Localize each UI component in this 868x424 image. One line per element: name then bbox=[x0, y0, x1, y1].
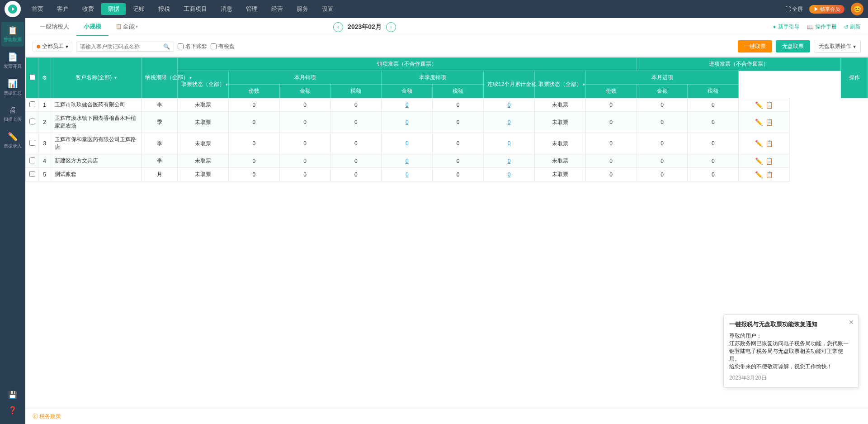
sales-invoice-header: 销项发票（不合作废票） bbox=[178, 57, 637, 71]
row-view-icon-4[interactable]: 📋 bbox=[765, 171, 773, 178]
nav-home[interactable]: 首页 bbox=[25, 3, 50, 15]
select-all-checkbox[interactable] bbox=[29, 74, 35, 80]
one-click-ticket-button[interactable]: 一键取票 bbox=[738, 40, 772, 52]
row-checkbox-4[interactable] bbox=[29, 171, 35, 177]
tax-policy-link[interactable]: ⓪ 税务政策 bbox=[33, 413, 61, 420]
row-s-12m-2: 0 bbox=[484, 133, 535, 154]
nav-customer[interactable]: 客户 bbox=[51, 3, 75, 15]
nav-invoice[interactable]: 票据 bbox=[101, 3, 126, 15]
row-s-12m-1: 0 bbox=[484, 112, 535, 133]
refresh-btn[interactable]: ↺ 刷新 bbox=[844, 23, 861, 31]
row-tax-period-1: 季 bbox=[142, 112, 178, 133]
action-col-header: 操作 bbox=[841, 57, 868, 98]
table-body: 1 卫辉市玖玖健合医药有限公司 季 未取票 0 0 0 0 0 0 未取票 0 … bbox=[26, 98, 868, 181]
row-tax-period-3: 季 bbox=[142, 154, 178, 168]
sidebar-item-open-invoice[interactable]: 📄 发票开具 bbox=[1, 48, 24, 73]
employee-select[interactable]: 全部员工 ▾ bbox=[33, 41, 72, 52]
notification-content: 尊敬的用户： 江苏政务网已恢复访问电子税务局功能，您代账一键登陆电子税务局与无盘… bbox=[729, 332, 853, 371]
p-month-count-header: 份数 bbox=[585, 85, 637, 98]
row-p-month-tax-0: 0 bbox=[688, 98, 739, 112]
row-sales-status-2: 未取票 bbox=[178, 133, 229, 154]
invoice-table: ⚙ 客户名称(全部) ▾ 纳税期限（全部）▾ 销项发票（不合作废票） 进项发票（… bbox=[25, 57, 868, 181]
row-p-month-count-4: 0 bbox=[585, 168, 637, 181]
checkbox-account-input[interactable] bbox=[178, 43, 184, 49]
row-customer-0: 卫辉市玖玖健合医药有限公司 bbox=[51, 98, 142, 112]
row-edit-icon-4[interactable]: ✏️ bbox=[755, 171, 763, 178]
search-box: 🔍 bbox=[76, 42, 174, 52]
checkbox-account[interactable]: 名下账套 bbox=[178, 43, 207, 50]
nav-accounting[interactable]: 记账 bbox=[127, 3, 151, 15]
row-s-month-count-3: 0 bbox=[228, 154, 279, 168]
sidebar-download-icon[interactable]: 💾 bbox=[6, 388, 19, 401]
checkbox-tax-disk[interactable]: 有税盘 bbox=[211, 43, 235, 50]
row-checkbox-1[interactable] bbox=[29, 119, 35, 124]
nav-business[interactable]: 工商项目 bbox=[177, 3, 213, 15]
tab-all[interactable]: 📋 全能 ▾ bbox=[108, 18, 145, 36]
notification-popup: ✕ 一键报税与无盘取票功能恢复通知 尊敬的用户： 江苏政务网已恢复访问电子税务局… bbox=[723, 314, 859, 388]
tab-general-taxpayer[interactable]: 一般纳税人 bbox=[33, 18, 76, 36]
fullscreen-btn[interactable]: ⛶ 全屏 bbox=[785, 5, 803, 13]
checkbox-tax-disk-input[interactable] bbox=[211, 43, 217, 49]
notification-title: 一键报税与无盘取票功能恢复通知 bbox=[729, 320, 853, 329]
sidebar: 📋 智能取票 📄 发票开具 📊 票据汇总 🖨 扫描上传 ✏️ 票据录入 💾 ❓ bbox=[0, 18, 25, 424]
notification-close-button[interactable]: ✕ bbox=[849, 319, 854, 326]
period-prev-button[interactable]: ‹ bbox=[333, 22, 343, 32]
nav-service[interactable]: 服务 bbox=[290, 3, 315, 15]
sidebar-item-smart-invoice[interactable]: 📋 智能取票 bbox=[1, 22, 24, 47]
sidebar-item-scan-upload[interactable]: 🖨 扫描上传 bbox=[1, 102, 24, 126]
toolbar-right: 一键取票 无盘取票 无盘取票操作 ▾ bbox=[738, 40, 861, 53]
row-s-month-count-4: 0 bbox=[228, 168, 279, 181]
row-p-month-amount-1: 0 bbox=[637, 112, 688, 133]
row-view-icon-3[interactable]: 📋 bbox=[765, 157, 773, 165]
row-view-icon-1[interactable]: 📋 bbox=[765, 119, 773, 126]
row-s-month-tax-4: 0 bbox=[330, 168, 382, 181]
period-navigation: ‹ 2023年02月 › bbox=[333, 22, 396, 32]
sidebar-item-invoice-entry[interactable]: ✏️ 票据录入 bbox=[1, 128, 24, 153]
nav-billing[interactable]: 收费 bbox=[76, 3, 100, 15]
sidebar-help-icon[interactable]: ❓ bbox=[6, 403, 19, 417]
tax-period-col-header: 纳税期限（全部）▾ bbox=[142, 57, 178, 98]
row-p-month-tax-4: 0 bbox=[688, 168, 739, 181]
no-disk-ops-button[interactable]: 无盘取票操作 ▾ bbox=[814, 40, 861, 53]
search-icon[interactable]: 🔍 bbox=[163, 43, 170, 50]
nav-manage[interactable]: 管理 bbox=[240, 3, 264, 15]
row-edit-icon-0[interactable]: ✏️ bbox=[755, 101, 763, 109]
tab-small-scale[interactable]: 小规模 bbox=[76, 18, 108, 36]
s-quarter-tax-header: 税额 bbox=[433, 85, 484, 98]
table-row: 3 卫辉市保和堂医药有限公司卫辉路店 季 未取票 0 0 0 0 0 0 未取票… bbox=[26, 133, 868, 154]
row-customer-3: 新建区方方文具店 bbox=[51, 154, 142, 168]
right-actions: ⛶ 全屏 ▶ 畅享会员 😊 bbox=[785, 3, 863, 15]
row-checkbox-0[interactable] bbox=[29, 101, 35, 107]
s-month-amount-header: 金额 bbox=[279, 85, 330, 98]
row-view-icon-0[interactable]: 📋 bbox=[765, 101, 773, 109]
row-checkbox-3[interactable] bbox=[29, 157, 35, 163]
tab-bar: 一般纳税人 小规模 📋 全能 ▾ ‹ 2023年02月 › ✦ 新手引导 📖 操… bbox=[25, 18, 868, 36]
row-s-month-amount-4: 0 bbox=[279, 168, 330, 181]
row-edit-icon-2[interactable]: ✏️ bbox=[755, 140, 763, 147]
new-guide-btn[interactable]: ✦ 新手引导 bbox=[772, 23, 800, 31]
app-logo bbox=[5, 1, 21, 17]
no-disk-ticket-button[interactable]: 无盘取票 bbox=[776, 40, 810, 52]
row-view-icon-2[interactable]: 📋 bbox=[765, 140, 773, 147]
nav-tax[interactable]: 报税 bbox=[152, 3, 176, 15]
manual-btn[interactable]: 📖 操作手册 bbox=[807, 23, 837, 31]
row-p-month-tax-1: 0 bbox=[688, 112, 739, 133]
period-next-button[interactable]: › bbox=[386, 22, 396, 32]
row-actions-1: ✏️ 📋 bbox=[742, 119, 786, 126]
row-checkbox-2[interactable] bbox=[29, 140, 35, 146]
nav-settings[interactable]: 设置 bbox=[316, 3, 340, 15]
12m-header: 连续12个月累计金额 bbox=[484, 71, 535, 98]
table-row: 2 卫辉市汲水镇下园湖香榴蓄木种植家庭农场 季 未取票 0 0 0 0 0 0 … bbox=[26, 112, 868, 133]
s-month-count-header: 份数 bbox=[228, 85, 279, 98]
row-s-month-count-2: 0 bbox=[228, 133, 279, 154]
user-avatar[interactable]: 😊 bbox=[851, 3, 863, 15]
search-input[interactable] bbox=[80, 43, 161, 50]
vip-button[interactable]: ▶ 畅享会员 bbox=[809, 5, 844, 14]
row-edit-icon-3[interactable]: ✏️ bbox=[755, 157, 763, 165]
row-s-quarter-amount-0: 0 bbox=[382, 98, 433, 112]
nav-message[interactable]: 消息 bbox=[214, 3, 239, 15]
sidebar-item-invoice-summary[interactable]: 📊 票据汇总 bbox=[1, 75, 24, 100]
nav-operate[interactable]: 经营 bbox=[265, 3, 289, 15]
row-p-month-tax-3: 0 bbox=[688, 154, 739, 168]
row-edit-icon-1[interactable]: ✏️ bbox=[755, 119, 763, 126]
